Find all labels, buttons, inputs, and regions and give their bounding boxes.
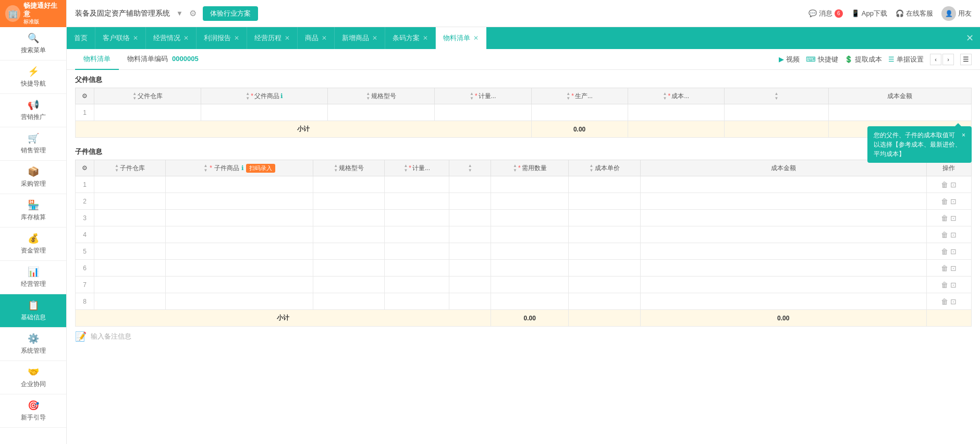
child-row-8-spec[interactable]: [313, 293, 385, 310]
app-download-action[interactable]: 📱 App下载: [851, 9, 887, 18]
sort-blank[interactable]: ▲▼: [775, 91, 779, 101]
copy-icon-6[interactable]: ⊡: [950, 264, 957, 272]
parent-row-1-unit[interactable]: [435, 104, 531, 121]
child-row-7-goods[interactable]: [166, 277, 313, 293]
child-row-2-warehouse[interactable]: [94, 193, 166, 210]
child-sort-unit-cost[interactable]: ▲▼: [590, 163, 594, 173]
child-row-6-spec[interactable]: [313, 260, 385, 277]
tab-home[interactable]: 首页: [67, 27, 95, 49]
delete-icon-1[interactable]: 🗑: [941, 181, 948, 189]
delete-icon-6[interactable]: 🗑: [941, 264, 948, 272]
sidebar-item-purchase[interactable]: 📦 采购管理: [0, 161, 66, 194]
copy-icon-5[interactable]: ⊡: [950, 247, 957, 256]
child-row-6-unit-cost[interactable]: [569, 260, 640, 277]
child-sort-unit[interactable]: ▲▼: [403, 163, 408, 173]
try-button[interactable]: 体验行业方案: [203, 6, 258, 21]
tab-profit[interactable]: 利润报告 ✕: [197, 27, 247, 49]
parent-row-1-spec[interactable]: [328, 104, 435, 121]
tab-bom-close[interactable]: ✕: [473, 34, 479, 42]
tab-goods[interactable]: 商品 ✕: [298, 27, 335, 49]
tab-new-goods-close[interactable]: ✕: [372, 34, 377, 42]
copy-icon-1[interactable]: ⊡: [950, 181, 957, 189]
child-row-3-warehouse[interactable]: [94, 210, 166, 226]
delete-icon-4[interactable]: 🗑: [941, 231, 948, 239]
child-row-5-unit[interactable]: [385, 243, 449, 260]
child-row-4-quantity[interactable]: [491, 226, 569, 243]
child-row-1-unit-cost[interactable]: [569, 176, 640, 193]
child-row-3-spec[interactable]: [313, 210, 385, 226]
sidebar-item-inventory[interactable]: 🏪 库存核算: [0, 194, 66, 227]
tooltip-close[interactable]: ×: [962, 130, 965, 140]
child-sort-quantity[interactable]: ▲▼: [513, 163, 517, 173]
sidebar-item-operation[interactable]: 📊 经营管理: [0, 261, 66, 294]
child-row-8-unit-cost[interactable]: [569, 293, 640, 310]
copy-icon-4[interactable]: ⊡: [950, 231, 957, 239]
tab-bom[interactable]: 物料清单 ✕: [436, 27, 486, 49]
parent-row-1-goods[interactable]: [201, 104, 328, 121]
sort-spec[interactable]: ▲▼: [366, 91, 370, 101]
child-row-8-quantity[interactable]: [491, 293, 569, 310]
tab-barcode[interactable]: 条码方案 ✕: [385, 27, 436, 49]
child-row-7-spec[interactable]: [313, 277, 385, 293]
sidebar-item-sales[interactable]: 🛒 销售管理: [0, 127, 66, 161]
child-row-4-spec[interactable]: [313, 226, 385, 243]
scan-badge[interactable]: 扫码录入: [246, 164, 275, 173]
child-row-1-unit[interactable]: [385, 176, 449, 193]
child-row-6-unit[interactable]: [385, 260, 449, 277]
sidebar-item-enterprise[interactable]: 🤝 企业协同: [0, 361, 66, 394]
sort-warehouse[interactable]: ▲▼: [132, 91, 137, 101]
gear-icon[interactable]: ⚙: [189, 8, 197, 18]
tab-business-close[interactable]: ✕: [183, 34, 189, 42]
sub-tab-bom-code[interactable]: 物料清单编码 0000005: [119, 49, 207, 70]
nav-prev[interactable]: ‹: [930, 54, 941, 65]
copy-icon-8[interactable]: ⊡: [950, 297, 957, 306]
parent-row-1-cost[interactable]: [628, 104, 724, 121]
child-row-5-spec[interactable]: [313, 243, 385, 260]
close-all-tabs[interactable]: ✕: [960, 32, 980, 44]
child-row-5-unit-cost[interactable]: [569, 243, 640, 260]
sort-cost[interactable]: ▲▼: [663, 91, 667, 101]
settings-action[interactable]: ☰ 单据设置: [888, 55, 924, 64]
cost-action[interactable]: 💲 提取成本: [844, 55, 882, 64]
parent-row-1-production[interactable]: [531, 104, 628, 121]
child-sort-warehouse[interactable]: ▲▼: [115, 163, 119, 173]
child-row-1-spec[interactable]: [313, 176, 385, 193]
shortcut-action[interactable]: ⌨ 快捷键: [806, 55, 838, 64]
delete-icon-2[interactable]: 🗑: [941, 197, 948, 206]
child-row-7-warehouse[interactable]: [94, 277, 166, 293]
tab-new-goods[interactable]: 新增商品 ✕: [335, 27, 385, 49]
child-row-1-warehouse[interactable]: [94, 176, 166, 193]
sidebar-item-marketing[interactable]: 📢 营销推广: [0, 94, 66, 127]
sidebar-item-guide[interactable]: 🎯 新手引导: [0, 394, 66, 428]
child-row-5-goods[interactable]: [166, 243, 313, 260]
tab-customer[interactable]: 客户联络 ✕: [95, 27, 146, 49]
child-row-5-quantity[interactable]: [491, 243, 569, 260]
delete-icon-8[interactable]: 🗑: [941, 297, 948, 306]
tab-barcode-close[interactable]: ✕: [423, 34, 428, 42]
child-sort-blank[interactable]: ▲▼: [468, 163, 472, 173]
delete-icon-7[interactable]: 🗑: [941, 281, 948, 289]
child-row-4-goods[interactable]: [166, 226, 313, 243]
child-row-3-goods[interactable]: [166, 210, 313, 226]
child-row-1-quantity[interactable]: [491, 176, 569, 193]
child-row-4-unit[interactable]: [385, 226, 449, 243]
sort-goods[interactable]: ▲▼: [246, 91, 250, 101]
child-row-2-goods[interactable]: [166, 193, 313, 210]
child-row-7-unit-cost[interactable]: [569, 277, 640, 293]
child-row-3-unit[interactable]: [385, 210, 449, 226]
child-row-1-goods[interactable]: [166, 176, 313, 193]
tab-goods-close[interactable]: ✕: [322, 34, 327, 42]
sidebar-item-system[interactable]: ⚙️ 系统管理: [0, 328, 66, 361]
child-row-8-goods[interactable]: [166, 293, 313, 310]
child-row-2-unit-cost[interactable]: [569, 193, 640, 210]
system-title-arrow[interactable]: ▼: [176, 9, 183, 17]
tab-customer-close[interactable]: ✕: [133, 34, 138, 42]
child-row-2-unit[interactable]: [385, 193, 449, 210]
copy-icon-3[interactable]: ⊡: [950, 214, 957, 222]
copy-icon-2[interactable]: ⊡: [950, 197, 957, 206]
sort-production[interactable]: ▲▼: [566, 91, 570, 101]
child-row-4-unit-cost[interactable]: [569, 226, 640, 243]
tab-history-close[interactable]: ✕: [285, 34, 290, 42]
message-action[interactable]: 💬 消息 6: [808, 9, 843, 18]
sidebar-item-search[interactable]: 🔍 搜索菜单: [0, 27, 66, 61]
